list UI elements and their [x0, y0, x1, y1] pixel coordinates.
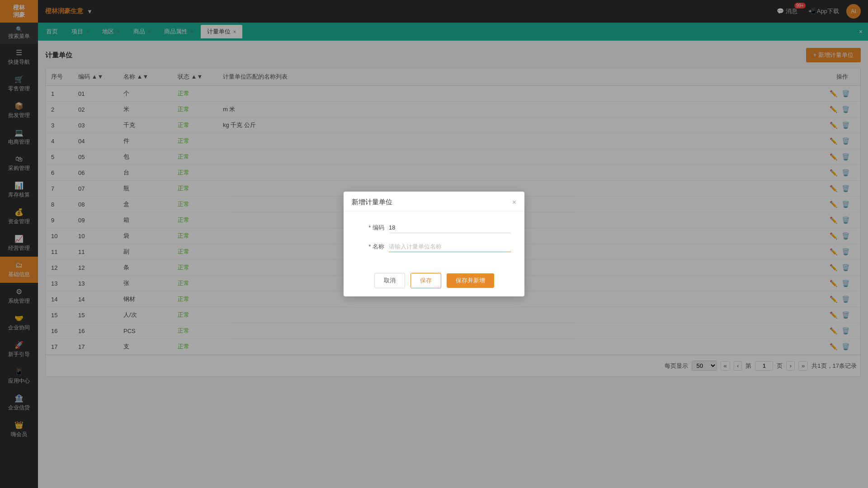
save-and-add-button[interactable]: 保存并新增	[447, 273, 494, 288]
modal-header: 新增计量单位 ×	[344, 192, 524, 211]
code-input[interactable]	[389, 222, 511, 233]
name-label: * 名称	[357, 243, 384, 251]
modal-title: 新增计量单位	[352, 198, 392, 206]
save-button[interactable]: 保存	[410, 273, 441, 288]
form-row-code: * 编码	[357, 222, 511, 233]
form-row-name: * 名称	[357, 241, 511, 252]
modal-overlay[interactable]: 新增计量单位 × * 编码 * 名称 取消 保存 保存并新增	[0, 0, 868, 488]
add-unit-modal: 新增计量单位 × * 编码 * 名称 取消 保存 保存并新增	[344, 192, 524, 296]
name-input[interactable]	[389, 241, 511, 252]
modal-close-button[interactable]: ×	[512, 198, 516, 206]
code-label: * 编码	[357, 224, 384, 232]
modal-footer: 取消 保存 保存并新增	[344, 267, 524, 296]
modal-body: * 编码 * 名称	[344, 211, 524, 267]
cancel-button[interactable]: 取消	[374, 273, 405, 288]
